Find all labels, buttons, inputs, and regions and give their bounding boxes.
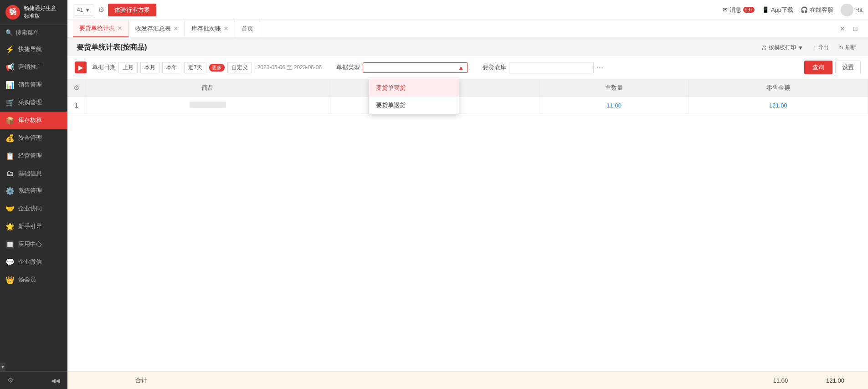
date-more-btn[interactable]: 更多 xyxy=(209,64,225,72)
tab-close-order-stats[interactable]: ✕ xyxy=(118,25,122,31)
type-select[interactable]: ▲ xyxy=(363,62,468,73)
footer-sale-amount: 121.00 xyxy=(808,377,863,384)
col-product: 商品 xyxy=(86,79,330,97)
tab-close-inventory-batch[interactable]: ✕ xyxy=(224,26,228,32)
sidebar-footer: ⚙ ◀◀ xyxy=(0,371,67,389)
table-body: 1 块 11.00 121.00 xyxy=(67,97,868,114)
sidebar-item-operations[interactable]: 📋经营管理 xyxy=(0,147,67,165)
print-template-btn[interactable]: 🖨 按模板打印 ▼ xyxy=(759,43,806,52)
page-actions: 🖨 按模板打印 ▼ ↑ 导出 ↻ 刷新 xyxy=(759,43,859,52)
dropdown-item-order-goods[interactable]: 要货单要货 xyxy=(369,79,459,97)
sidebar-label-enterprise: 企业协同 xyxy=(18,205,42,213)
quick-nav-icon: ⚡ xyxy=(5,45,15,54)
export-icon: ↑ xyxy=(813,45,816,51)
guide-icon: 🌟 xyxy=(5,222,15,231)
sidebar-item-vip[interactable]: 👑畅会员 xyxy=(0,271,67,289)
cell-quantity: 11.00 xyxy=(539,97,688,114)
cell-sale-amount: 121.00 xyxy=(688,97,868,114)
sidebar-label-corp-wechat: 企业微信 xyxy=(18,258,42,266)
message-icon: ✉ xyxy=(723,6,728,13)
print-icon: 🖨 xyxy=(761,45,767,51)
sidebar-search[interactable]: 🔍 搜索菜单 xyxy=(0,25,67,41)
tab-close-all-btn[interactable]: ✕ xyxy=(837,24,848,33)
header-gear-icon[interactable]: ⚙ xyxy=(98,5,104,14)
sidebar-item-system[interactable]: ⚙️系统管理 xyxy=(0,182,67,200)
tabs-actions: ✕ ⊡ xyxy=(837,24,861,33)
sidebar-label-vip: 畅会员 xyxy=(18,276,36,284)
table-container: ⚙ 商品 主计量单位 主数量 零售金额 1 块 11.00 121.00 xyxy=(67,79,868,371)
refresh-btn[interactable]: ↻ 刷新 xyxy=(836,43,859,52)
footer-quantity: 11.00 xyxy=(753,377,808,384)
date-this-month-btn[interactable]: 本月 xyxy=(140,62,159,73)
logo-icon: 畅 xyxy=(5,5,20,20)
warehouse-filter-group: 要货仓库 ··· xyxy=(483,62,603,73)
date-last-7-days-btn[interactable]: 近7天 xyxy=(184,62,206,73)
enterprise-icon: 🤝 xyxy=(5,205,15,213)
table-header: ⚙ 商品 主计量单位 主数量 零售金额 xyxy=(67,79,868,97)
table-settings-icon[interactable]: ⚙ xyxy=(73,84,79,92)
company-dropdown[interactable]: 41 ▼ xyxy=(73,5,94,15)
date-this-year-btn[interactable]: 本年 xyxy=(162,62,181,73)
sidebar-item-base-info[interactable]: 🗂基础信息 xyxy=(0,165,67,182)
sidebar-item-finance[interactable]: 💰资金管理 xyxy=(0,129,67,147)
type-input[interactable] xyxy=(367,64,458,71)
settings-btn[interactable]: 设置 xyxy=(835,61,861,74)
date-last-month-btn[interactable]: 上月 xyxy=(118,62,138,73)
tab-receivable-summary[interactable]: 收发存汇总表✕ xyxy=(129,20,185,37)
tab-order-stats[interactable]: 要货单统计表✕ xyxy=(73,20,129,37)
sidebar-item-quick-nav[interactable]: ⚡快捷导航 xyxy=(0,41,67,58)
sidebar-item-purchase[interactable]: 🛒采购管理 xyxy=(0,94,67,112)
online-service-btn[interactable]: 🎧 在线客服 xyxy=(801,6,833,14)
trial-btn[interactable]: 体验行业方案 xyxy=(108,4,156,16)
page-header: 要货单统计表(按商品) 🖨 按模板打印 ▼ ↑ 导出 ↻ 刷新 xyxy=(67,37,868,56)
service-icon: 🎧 xyxy=(801,6,808,13)
sidebar-item-guide[interactable]: 🌟新手引导 xyxy=(0,218,67,235)
tab-inventory-batch[interactable]: 库存批次账✕ xyxy=(185,20,235,37)
export-btn[interactable]: ↑ 导出 xyxy=(811,43,832,52)
search-icon: 🔍 xyxy=(5,29,13,36)
inventory-icon: 📦 xyxy=(5,116,15,125)
filter-expand-btn[interactable]: ▶ xyxy=(75,61,87,73)
scroll-indicator: ▼ xyxy=(0,363,5,371)
header-left: 41 ▼ ⚙ 体验行业方案 xyxy=(73,4,156,16)
system-icon: ⚙️ xyxy=(5,187,15,195)
header-right: ✉ 消息 99+ 📱 App下载 🎧 在线客服 Rit xyxy=(723,4,863,16)
sidebar-item-marketing[interactable]: 📢营销推广 xyxy=(0,58,67,76)
date-custom-btn[interactable]: 自定义 xyxy=(227,62,252,73)
page-title: 要货单统计表(按商品) xyxy=(77,43,147,52)
tab-close-receivable-summary[interactable]: ✕ xyxy=(174,26,178,32)
query-btn[interactable]: 查询 xyxy=(804,61,832,74)
tab-label-home: 首页 xyxy=(241,25,253,33)
sidebar-label-operations: 经营管理 xyxy=(18,152,42,160)
type-chevron-icon[interactable]: ▲ xyxy=(458,64,464,71)
date-range-display: 2023-05-06 至 2023-06-06 xyxy=(257,64,322,72)
warehouse-more-icon[interactable]: ··· xyxy=(596,63,603,72)
sidebar-item-app-center[interactable]: 🔲应用中心 xyxy=(0,235,67,253)
sidebar-item-inventory[interactable]: 📦库存核算 xyxy=(0,112,67,129)
refresh-icon: ↻ xyxy=(839,45,843,51)
sidebar-item-sales[interactable]: 📊销售管理 xyxy=(0,76,67,94)
type-filter-group: 单据类型 ▲ xyxy=(336,62,468,73)
warehouse-input[interactable] xyxy=(509,62,594,73)
dropdown-item-order-return[interactable]: 要货单退货 xyxy=(369,97,459,114)
filter-bar: ▶ 单据日期 上月 本月 本年 近7天 更多 自定义 2023-05-06 至 … xyxy=(67,56,868,79)
table-footer: 合计 11.00 121.00 xyxy=(67,371,868,389)
messages-btn[interactable]: ✉ 消息 99+ xyxy=(723,6,755,14)
sidebar: 畅 畅捷通好生意 标准版 🔍 搜索菜单 ⚡快捷导航📢营销推广📊销售管理🛒采购管理… xyxy=(0,0,67,389)
user-menu[interactable]: Rit xyxy=(841,4,863,16)
scroll-down-arrow[interactable]: ▼ xyxy=(0,363,6,370)
col-quantity: 主数量 xyxy=(539,79,688,97)
type-dropdown-popup: 要货单要货要货单退货 xyxy=(368,79,459,114)
print-chevron-icon: ▼ xyxy=(798,45,803,51)
table-row: 1 块 11.00 121.00 xyxy=(67,97,868,114)
app-download-btn[interactable]: 📱 App下载 xyxy=(762,6,793,14)
sidebar-collapse-btn[interactable]: ◀◀ xyxy=(51,377,60,384)
tab-home[interactable]: 首页 xyxy=(235,20,260,37)
tab-expand-btn[interactable]: ⊡ xyxy=(850,24,861,33)
sidebar-item-enterprise[interactable]: 🤝企业协同 xyxy=(0,200,67,218)
sidebar-label-app-center: 应用中心 xyxy=(18,240,42,248)
sales-icon: 📊 xyxy=(5,81,15,89)
sidebar-item-corp-wechat[interactable]: 💬企业微信 xyxy=(0,253,67,271)
sidebar-label-finance: 资金管理 xyxy=(18,134,42,142)
sidebar-settings-icon[interactable]: ⚙ xyxy=(7,376,13,384)
